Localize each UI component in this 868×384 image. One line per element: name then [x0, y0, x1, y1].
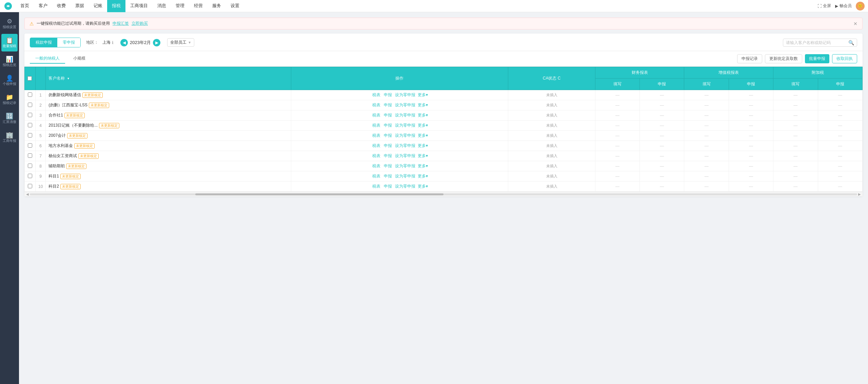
op-tax-form[interactable]: 税表 [372, 133, 380, 138]
date-next-button[interactable]: ▶ [153, 39, 160, 46]
banner-link-buy[interactable]: 立即购买 [132, 21, 148, 26]
nav-message[interactable]: 消息 [153, 0, 171, 12]
op-declare[interactable]: 申报 [384, 153, 392, 158]
op-tax-form[interactable]: 税表 [372, 184, 380, 189]
op-more[interactable]: 更多▾ [418, 133, 428, 138]
op-declare[interactable]: 申报 [384, 164, 392, 168]
sidebar-label-personal-tax: 个税申报 [3, 82, 16, 86]
sort-icon[interactable]: ▾ [67, 77, 69, 80]
op-declare[interactable]: 申报 [384, 143, 392, 148]
nav-operation[interactable]: 经营 [189, 0, 208, 12]
op-declare[interactable]: 申报 [384, 123, 392, 128]
ca-status-cell: 未插入 [508, 121, 595, 131]
tab-zero-declaration[interactable]: 零申报 [57, 38, 80, 47]
row-checkbox[interactable] [28, 153, 32, 158]
op-zero-declare[interactable]: 设为零申报 [395, 143, 415, 148]
sidebar-item-tax-settings[interactable]: ⚙ 报税设置 [1, 15, 18, 33]
nav-service[interactable]: 服务 [208, 0, 226, 12]
row-checkbox[interactable] [28, 133, 32, 137]
sidebar-item-batch-tax[interactable]: 📋 批量报税 [1, 34, 18, 51]
nav-client[interactable]: 客户 [34, 0, 52, 12]
avatar[interactable]: 🙂 [856, 2, 865, 10]
search-input[interactable] [786, 40, 847, 45]
declaration-record-button[interactable]: 申报记录 [737, 54, 762, 63]
op-more[interactable]: 更多▾ [418, 103, 428, 107]
sidebar-item-tax-overview[interactable]: 📊 报税总览 [1, 53, 18, 70]
op-tax-form[interactable]: 税表 [372, 103, 380, 107]
member-button[interactable]: ▶ 畅会员 [835, 3, 852, 9]
op-tax-form[interactable]: 税表 [372, 164, 380, 168]
row-checkbox[interactable] [28, 184, 32, 188]
horizontal-scrollbar[interactable]: ◀ ▶ [24, 192, 863, 196]
op-more[interactable]: 更多▾ [418, 164, 428, 168]
update-stats-button[interactable]: 更新统定及取数 [765, 54, 802, 63]
op-declare[interactable]: 申报 [384, 184, 392, 189]
row-checkbox[interactable] [28, 143, 32, 148]
nav-settings[interactable]: 设置 [226, 0, 244, 12]
op-more[interactable]: 更多▾ [418, 143, 428, 148]
nav-bookkeeping[interactable]: 记账 [89, 0, 107, 12]
banner-close-button[interactable]: ✕ [853, 21, 857, 26]
row-checkbox[interactable] [28, 174, 32, 178]
date-prev-button[interactable]: ◀ [120, 39, 128, 46]
search-icon[interactable]: 🔍 [848, 40, 854, 45]
op-tax-form[interactable]: 税表 [372, 153, 380, 158]
collect-receipt-button[interactable]: 收取回执 [832, 54, 857, 63]
op-zero-declare[interactable]: 设为零申报 [395, 153, 415, 158]
row-checkbox[interactable] [28, 103, 32, 107]
op-more[interactable]: 更多▾ [418, 153, 428, 158]
op-zero-declare[interactable]: 设为零申报 [395, 164, 415, 168]
nav-business[interactable]: 工商项目 [125, 0, 153, 12]
nav-tax[interactable]: 报税 [107, 0, 125, 12]
op-more[interactable]: 更多▾ [418, 92, 428, 97]
batch-declare-button[interactable]: 批量申报 [805, 54, 829, 63]
op-more[interactable]: 更多▾ [418, 123, 428, 128]
op-tax-form[interactable]: 税表 [372, 123, 380, 128]
op-more[interactable]: 更多▾ [418, 174, 428, 178]
op-zero-declare[interactable]: 设为零申报 [395, 103, 415, 107]
scroll-left-button[interactable]: ◀ [25, 192, 30, 196]
tab-general-taxpayer[interactable]: 一般的纳税人 [30, 54, 65, 64]
op-tax-form[interactable]: 税表 [372, 174, 380, 178]
op-more[interactable]: 更多▾ [418, 184, 428, 189]
fullscreen-button[interactable]: ⛶ 全屏 [817, 3, 831, 9]
banner-link-declaration[interactable]: 申报汇签 [113, 21, 129, 26]
scroll-right-button[interactable]: ▶ [857, 192, 862, 196]
sidebar-item-calc-clear[interactable]: 🔢 汇算清缴 [1, 110, 18, 127]
row-checkbox[interactable] [28, 92, 32, 97]
op-zero-declare[interactable]: 设为零申报 [395, 113, 415, 118]
select-all-checkbox[interactable] [27, 76, 32, 81]
sidebar-item-personal-tax[interactable]: 👤 个税申报 [1, 72, 18, 89]
op-zero-declare[interactable]: 设为零申报 [395, 92, 415, 97]
op-zero-declare[interactable]: 设为零申报 [395, 123, 415, 128]
vat-declare-cell: — [729, 161, 773, 171]
op-zero-declare[interactable]: 设为零申报 [395, 174, 415, 178]
op-zero-declare[interactable]: 设为零申报 [395, 184, 415, 189]
op-more[interactable]: 更多▾ [418, 113, 428, 118]
nav-fee[interactable]: 收费 [52, 0, 71, 12]
row-checkbox[interactable] [28, 113, 32, 117]
nav-invoice[interactable]: 票据 [71, 0, 89, 12]
op-declare[interactable]: 申报 [384, 103, 392, 107]
op-declare[interactable]: 申报 [384, 113, 392, 118]
tab-small-scale[interactable]: 小规模 [68, 54, 91, 64]
op-declare[interactable]: 申报 [384, 174, 392, 178]
op-declare[interactable]: 申报 [384, 92, 392, 97]
scroll-thumb[interactable] [195, 193, 443, 195]
op-tax-form[interactable]: 税表 [372, 113, 380, 118]
sidebar-item-tax-records[interactable]: 📁 报税记录 [1, 91, 18, 108]
op-tax-form[interactable]: 税表 [372, 143, 380, 148]
staff-filter-dropdown[interactable]: 全部员工 ▼ [167, 38, 194, 47]
nav-home[interactable]: 首页 [16, 0, 34, 12]
op-zero-declare[interactable]: 设为零申报 [395, 133, 415, 138]
op-declare[interactable]: 申报 [384, 133, 392, 138]
region-info-icon[interactable]: ℹ [112, 40, 114, 45]
op-tax-form[interactable]: 税表 [372, 92, 380, 97]
sidebar-item-business-report[interactable]: 🏢 工商年报 [1, 129, 18, 146]
scroll-track [30, 193, 857, 195]
tab-tax-declaration[interactable]: 税款申报 [30, 38, 57, 47]
row-checkbox[interactable] [28, 164, 32, 168]
row-checkbox[interactable] [28, 123, 32, 127]
vat-declare-cell: — [729, 171, 773, 182]
nav-manage[interactable]: 管理 [171, 0, 189, 12]
